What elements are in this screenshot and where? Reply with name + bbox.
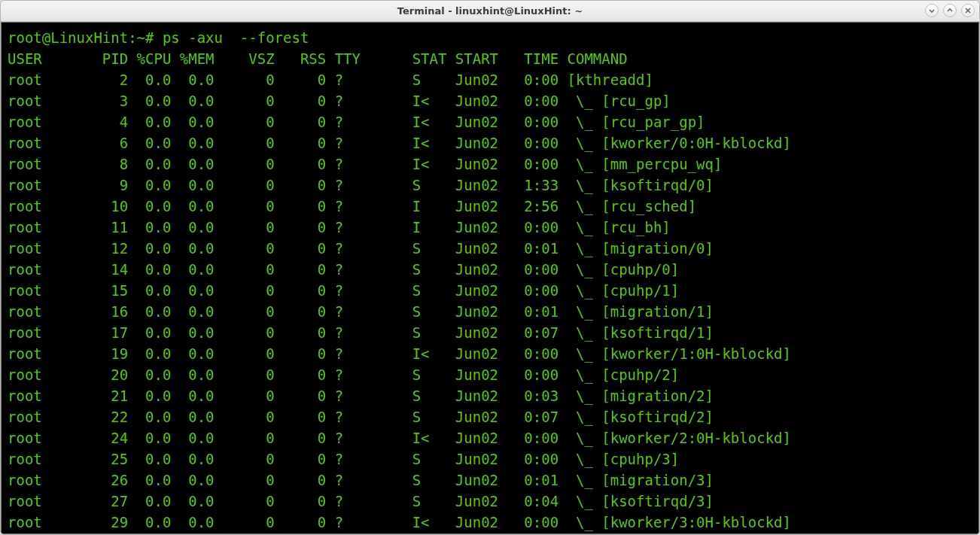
process-row: root 25 0.0 0.0 0 0 ? S Jun02 0:00 \_ [c… — [8, 448, 972, 470]
close-button[interactable] — [961, 4, 975, 17]
process-row: root 24 0.0 0.0 0 0 ? I< Jun02 0:00 \_ [… — [8, 427, 972, 448]
ps-header: USER PID %CPU %MEM VSZ RSS TTY STAT STAR… — [8, 48, 972, 69]
titlebar[interactable]: Terminal - linuxhint@LinuxHint: ~ — [1, 1, 979, 22]
terminal-viewport[interactable]: root@LinuxHint:~# ps -axu --forest USER … — [1, 22, 979, 534]
window-controls — [925, 4, 975, 17]
close-icon — [964, 7, 972, 14]
process-row: root 27 0.0 0.0 0 0 ? S Jun02 0:04 \_ [k… — [8, 491, 972, 512]
minimize-button[interactable] — [925, 4, 939, 17]
process-row: root 14 0.0 0.0 0 0 ? S Jun02 0:00 \_ [c… — [8, 259, 972, 280]
process-row: root 12 0.0 0.0 0 0 ? S Jun02 0:01 \_ [m… — [8, 238, 972, 259]
maximize-icon — [946, 7, 954, 14]
process-row: root 20 0.0 0.0 0 0 ? S Jun02 0:00 \_ [c… — [8, 364, 972, 385]
process-row: root 8 0.0 0.0 0 0 ? I< Jun02 0:00 \_ [m… — [8, 154, 972, 175]
process-row: root 9 0.0 0.0 0 0 ? S Jun02 1:33 \_ [ks… — [8, 175, 972, 196]
process-rows: root 2 0.0 0.0 0 0 ? S Jun02 0:00 [kthre… — [8, 69, 972, 533]
process-row: root 16 0.0 0.0 0 0 ? S Jun02 0:01 \_ [m… — [8, 301, 972, 322]
process-row: root 22 0.0 0.0 0 0 ? S Jun02 0:07 \_ [k… — [8, 406, 972, 427]
minimize-icon — [928, 7, 936, 14]
window-title: Terminal - linuxhint@LinuxHint: ~ — [397, 5, 583, 17]
process-row: root 21 0.0 0.0 0 0 ? S Jun02 0:03 \_ [m… — [8, 385, 972, 406]
process-row: root 15 0.0 0.0 0 0 ? S Jun02 0:00 \_ [c… — [8, 280, 972, 301]
process-row: root 4 0.0 0.0 0 0 ? I< Jun02 0:00 \_ [r… — [8, 111, 972, 132]
process-row: root 26 0.0 0.0 0 0 ? S Jun02 0:01 \_ [m… — [8, 470, 972, 491]
process-row: root 10 0.0 0.0 0 0 ? I Jun02 2:56 \_ [r… — [8, 196, 972, 217]
process-row: root 6 0.0 0.0 0 0 ? I< Jun02 0:00 \_ [k… — [8, 132, 972, 154]
process-row: root 11 0.0 0.0 0 0 ? I Jun02 0:00 \_ [r… — [8, 217, 972, 238]
process-row: root 17 0.0 0.0 0 0 ? S Jun02 0:07 \_ [k… — [8, 322, 972, 343]
process-row: root 3 0.0 0.0 0 0 ? I< Jun02 0:00 \_ [r… — [8, 90, 972, 111]
process-row: root 2 0.0 0.0 0 0 ? S Jun02 0:00 [kthre… — [8, 69, 972, 90]
process-row: root 29 0.0 0.0 0 0 ? I< Jun02 0:00 \_ [… — [8, 512, 972, 533]
process-row: root 19 0.0 0.0 0 0 ? I< Jun02 0:00 \_ [… — [8, 343, 972, 364]
terminal-window: Terminal - linuxhint@LinuxHint: ~ root@L… — [0, 0, 980, 535]
maximize-button[interactable] — [943, 4, 957, 17]
prompt-line: root@LinuxHint:~# ps -axu --forest — [8, 27, 972, 48]
